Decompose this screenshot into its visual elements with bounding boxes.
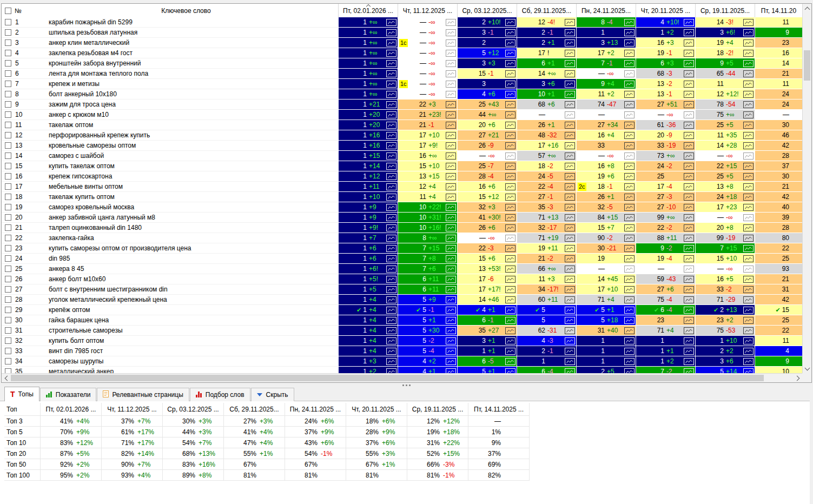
chart-icon[interactable] — [624, 132, 634, 139]
position-cell[interactable]: 32-5 — [576, 202, 636, 213]
position-cell[interactable]: 19+6 — [576, 171, 636, 182]
position-cell[interactable]: 11 — [755, 79, 802, 89]
chart-icon[interactable] — [743, 132, 753, 139]
chart-icon[interactable] — [446, 368, 456, 374]
chart-icon[interactable] — [505, 70, 515, 77]
chart-icon[interactable] — [386, 358, 396, 365]
position-cell[interactable]: 15+10 — [695, 254, 755, 264]
position-cell[interactable]: 41+30! — [457, 213, 517, 223]
position-cell[interactable]: 46 — [755, 130, 802, 141]
position-cell[interactable]: 27-3 — [636, 192, 695, 202]
position-cell[interactable]: 75+∞ — [695, 110, 755, 120]
position-cell[interactable]: 25+5 — [695, 120, 755, 130]
keyword-cell[interactable]: шпилька резьбовая латунная — [34, 28, 338, 38]
position-cell[interactable]: 5+12 — [457, 48, 517, 58]
position-cell[interactable]: 1+3 — [338, 356, 398, 367]
position-cell[interactable]: 5-4 — [398, 346, 457, 356]
position-cell[interactable]: 20-9 — [636, 130, 695, 141]
position-cell[interactable]: 19 — [576, 254, 636, 264]
chart-icon[interactable] — [446, 286, 456, 293]
chart-icon[interactable] — [386, 173, 396, 180]
keyword-cell[interactable]: перфорированный крепеж купить — [34, 130, 338, 141]
position-cell[interactable]: 16+4 — [576, 130, 636, 141]
position-cell[interactable]: 24+18 — [695, 192, 755, 202]
chart-icon[interactable] — [386, 122, 396, 129]
position-cell[interactable]: ✔5 — [517, 305, 576, 315]
position-cell[interactable]: 17! — [517, 48, 576, 58]
column-header-date[interactable]: Пн, 24.11.2025... — [576, 4, 636, 17]
position-cell[interactable]: 22+15 — [695, 161, 755, 171]
position-cell[interactable]: 71+13 — [517, 213, 576, 223]
tab-word-selection[interactable]: Подбор слов — [190, 388, 250, 401]
chart-icon[interactable] — [386, 132, 396, 139]
position-cell[interactable]: 1+∞ — [338, 28, 398, 38]
position-cell[interactable]: 90-2 — [576, 233, 636, 243]
keyword-cell[interactable]: такелаж оптом — [34, 120, 338, 130]
position-cell[interactable]: 1+6 — [338, 254, 398, 264]
chart-icon[interactable] — [446, 19, 456, 26]
chart-icon[interactable] — [386, 296, 396, 303]
position-cell[interactable]: 1+9 — [338, 213, 398, 223]
position-cell[interactable]: 11+2 — [576, 89, 636, 100]
chart-icon[interactable] — [446, 214, 456, 221]
keyword-cell[interactable]: анкер болт м10х60 — [34, 274, 338, 284]
position-cell[interactable]: 31+40 — [576, 326, 636, 336]
position-cell[interactable]: 1+20 — [338, 120, 398, 130]
chart-icon[interactable] — [684, 224, 694, 231]
chart-icon[interactable] — [624, 317, 634, 324]
position-cell[interactable]: 42 — [755, 192, 802, 202]
position-cell[interactable]: 6-4 — [517, 367, 576, 373]
chart-icon[interactable] — [565, 91, 575, 98]
chart-icon[interactable] — [565, 39, 575, 47]
chart-icon[interactable] — [743, 245, 753, 252]
position-cell[interactable]: 4-3 — [517, 336, 576, 346]
position-cell[interactable]: 9 — [755, 28, 802, 38]
position-cell[interactable]: 16+5 — [695, 274, 755, 284]
position-cell[interactable]: 19-1 — [636, 48, 695, 58]
chart-icon[interactable] — [446, 81, 456, 88]
row-checkbox[interactable] — [5, 286, 11, 293]
position-cell[interactable]: 44+∞ — [457, 110, 517, 120]
position-cell[interactable]: 31 — [755, 284, 802, 295]
position-cell[interactable]: 22 — [755, 326, 802, 336]
position-cell[interactable]: 26+1 — [517, 120, 576, 130]
position-cell[interactable]: 10+31! — [398, 213, 457, 223]
position-cell[interactable]: 1+∞ — [338, 69, 398, 79]
chart-icon[interactable] — [386, 91, 396, 98]
chart-icon[interactable] — [624, 307, 634, 314]
position-cell[interactable]: 9 — [755, 356, 802, 367]
chart-icon[interactable] — [505, 358, 515, 365]
chart-icon[interactable] — [505, 235, 515, 242]
chart-icon[interactable] — [684, 39, 694, 47]
keyword-cell[interactable]: крепёж оптом — [34, 305, 338, 315]
chart-icon[interactable] — [743, 122, 753, 129]
keyword-cell[interactable]: заклепка резьбовая м4 гост — [34, 48, 338, 58]
row-checkbox[interactable] — [5, 152, 11, 159]
row-checkbox[interactable] — [5, 358, 11, 364]
position-cell[interactable]: —-∞ — [398, 48, 457, 58]
position-cell[interactable]: ✔2+13 — [695, 305, 755, 315]
summary-column-header[interactable]: Пт, 14.11.2025 ... — [468, 403, 530, 415]
position-cell[interactable]: 65-44 — [695, 69, 755, 79]
chart-icon[interactable] — [446, 194, 456, 201]
summary-column-header[interactable]: Сб, 29.11.2025... — [224, 403, 285, 415]
row-checkbox[interactable] — [5, 111, 11, 118]
position-cell[interactable]: 3+1 — [457, 336, 517, 346]
position-cell[interactable]: 88+11 — [636, 233, 695, 243]
column-header-date[interactable]: Ср, 19.11.2025... — [695, 4, 755, 17]
row-checkbox[interactable] — [5, 81, 11, 87]
position-cell[interactable]: 48-32 — [517, 130, 576, 141]
chart-icon[interactable] — [505, 132, 515, 139]
chart-icon[interactable] — [565, 327, 575, 334]
chart-icon[interactable] — [386, 276, 396, 283]
position-cell[interactable]: 18-2 — [517, 161, 576, 171]
chart-icon[interactable] — [386, 152, 396, 160]
position-cell[interactable]: 7+15 — [398, 243, 457, 254]
position-cell[interactable]: 11 — [755, 336, 802, 346]
position-cell[interactable]: 11 — [695, 79, 755, 89]
position-cell[interactable]: 14-3! — [695, 17, 755, 28]
row-checkbox[interactable] — [5, 122, 11, 128]
row-checkbox[interactable] — [5, 255, 11, 262]
chart-icon[interactable] — [743, 29, 753, 36]
keyword-cell[interactable]: талреп оцинкованный din 1480 — [34, 223, 338, 233]
